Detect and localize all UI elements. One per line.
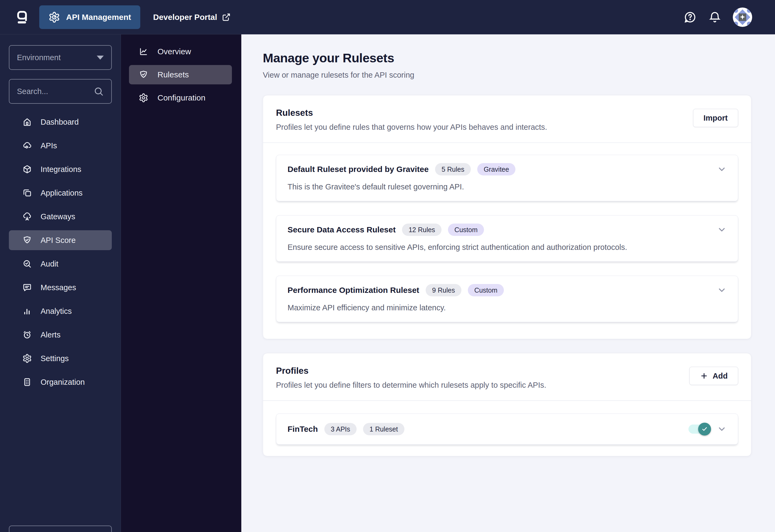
sidebar-item-label: Dashboard (41, 118, 79, 127)
main-content: Manage your Rulesets View or manage rule… (241, 34, 775, 532)
ruleset-name: Default Ruleset provided by Gravitee (287, 165, 429, 174)
ruleset-description: This is the Gravitee's default ruleset g… (287, 182, 727, 191)
sidebar-item-settings[interactable]: Settings (9, 348, 112, 368)
profile-row-fintech[interactable]: FinTech 3 APIs 1 Ruleset (276, 414, 738, 445)
sidebar-item-label: Applications (41, 189, 82, 197)
external-link-icon (222, 13, 230, 21)
alarm-clock-icon (22, 330, 32, 340)
sidebar-item-audit[interactable]: Audit (9, 254, 112, 274)
rulesets-list: Default Ruleset provided by Gravitee 5 R… (263, 143, 751, 339)
sidebar-item-label: Gateways (41, 212, 75, 221)
profiles-card-header: Profiles Profiles let you define filters… (263, 353, 751, 401)
org-board-icon (22, 377, 32, 387)
ruleset-row-secure-data-access[interactable]: Secure Data Access Ruleset 12 Rules Cust… (276, 215, 738, 262)
subnav-item-rulesets[interactable]: Rulesets (129, 65, 232, 84)
sidebar-item-organization[interactable]: Organization (9, 372, 112, 392)
rulesets-card: Rulesets Profiles let you define rules t… (263, 95, 751, 339)
ruleset-description: Maximize API efficiency and minimize lat… (287, 303, 727, 312)
app-copies-icon (22, 188, 32, 198)
profiles-list: FinTech 3 APIs 1 Ruleset (263, 401, 751, 456)
ruleset-row-performance-optimization[interactable]: Performance Optimization Ruleset 9 Rules… (276, 276, 738, 322)
bar-chart-icon (22, 306, 32, 316)
profile-enabled-toggle[interactable] (689, 425, 709, 434)
add-profile-button[interactable]: Add (689, 367, 738, 385)
chevron-down-icon[interactable] (717, 164, 727, 174)
rules-count-badge: 9 Rules (426, 284, 462, 296)
sidebar-item-label: Settings (41, 354, 69, 363)
sidebar-item-label: API Score (41, 236, 76, 245)
import-button[interactable]: Import (693, 109, 738, 127)
rulesets-card-header: Rulesets Profiles let you define rules t… (263, 95, 751, 143)
import-button-label: Import (704, 114, 728, 123)
chevron-down-icon[interactable] (717, 225, 727, 235)
profile-name: FinTech (287, 425, 318, 434)
profiles-card: Profiles Profiles let you define filters… (263, 353, 751, 456)
sidebar-item-label: APIs (41, 141, 57, 150)
sidebar-item-label: Integrations (41, 165, 81, 174)
search-input[interactable] (17, 87, 93, 96)
gravitee-logo-icon (13, 8, 31, 27)
bell-icon (708, 11, 721, 24)
shield-check-icon (22, 235, 32, 245)
sidebar-item-label: Audit (41, 260, 58, 268)
page-title: Manage your Rulesets (263, 51, 751, 65)
subnav-item-label: Overview (157, 47, 191, 56)
caret-down-icon (97, 56, 104, 60)
rulesets-description: Profiles let you define rules that gover… (276, 123, 738, 132)
sidebar-item-label: Alerts (41, 330, 60, 339)
sidebar-item-api-score[interactable]: API Score (9, 230, 112, 250)
gear-gauge-icon (48, 11, 60, 23)
sidebar-item-integrations[interactable]: Integrations (9, 159, 112, 179)
shield-check-icon (139, 70, 148, 80)
developer-portal-label: Developer Portal (153, 13, 217, 22)
sidebar-item-alerts[interactable]: Alerts (9, 325, 112, 345)
gear-icon (22, 354, 32, 363)
api-management-switcher[interactable]: API Management (39, 5, 140, 29)
api-score-subnav: Overview Rulesets Conf (121, 34, 241, 532)
primary-sidebar: Environment (0, 34, 121, 532)
ruleset-source-badge: Custom (448, 224, 484, 236)
subnav-item-configuration[interactable]: Configuration (129, 88, 232, 107)
cloud-node-icon (22, 212, 32, 221)
ruleset-source-badge: Custom (468, 284, 504, 296)
toggle-check-icon (698, 423, 711, 436)
search-icon (93, 86, 104, 96)
sidebar-item-gateways[interactable]: Gateways (9, 207, 112, 227)
sidebar-item-label: Analytics (41, 307, 72, 316)
sidebar-item-applications[interactable]: Applications (9, 183, 112, 203)
api-management-label: API Management (66, 13, 131, 22)
user-avatar[interactable] (733, 7, 752, 27)
sidebar-item-dashboard[interactable]: Dashboard (9, 112, 112, 132)
ruleset-source-badge: Gravitee (477, 163, 516, 175)
developer-portal-link[interactable]: Developer Portal (153, 13, 230, 22)
plus-icon (700, 372, 708, 380)
ruleset-name: Secure Data Access Ruleset (287, 225, 396, 234)
sidebar-search (9, 79, 112, 104)
chevron-down-icon[interactable] (717, 285, 727, 295)
sidebar-item-messages[interactable]: Messages (9, 278, 112, 297)
chevron-down-icon[interactable] (717, 424, 727, 434)
sidebar-item-analytics[interactable]: Analytics (9, 301, 112, 321)
apis-count-badge: 3 APIs (324, 423, 356, 435)
sidebar-item-label: Messages (41, 283, 76, 292)
sidebar-item-apis[interactable]: APIs (9, 136, 112, 156)
collapse-menu-button[interactable]: Collapse menu (9, 526, 112, 532)
add-profile-button-label: Add (713, 372, 728, 380)
profiles-description: Profiles let you define filters to deter… (276, 381, 738, 390)
profiles-title: Profiles (276, 366, 738, 376)
top-bar: API Management Developer Portal (0, 0, 775, 34)
page-subtitle: View or manage rulesets for the API scor… (263, 71, 751, 80)
subnav-item-overview[interactable]: Overview (129, 42, 232, 61)
home-icon (22, 117, 32, 127)
gear-icon (139, 93, 148, 103)
notifications-button[interactable] (707, 10, 722, 25)
sidebar-menu: Dashboard APIs (9, 112, 112, 396)
ruleset-name: Performance Optimization Ruleset (287, 286, 419, 295)
ruleset-description: Ensure secure access to sensitive APIs, … (287, 243, 727, 252)
sidebar-item-label: Organization (41, 378, 85, 387)
ruleset-row-default[interactable]: Default Ruleset provided by Gravitee 5 R… (276, 155, 738, 201)
environment-select[interactable]: Environment (9, 45, 112, 70)
rulesets-title: Rulesets (276, 108, 738, 118)
help-button[interactable] (683, 10, 698, 25)
help-icon (684, 11, 697, 24)
